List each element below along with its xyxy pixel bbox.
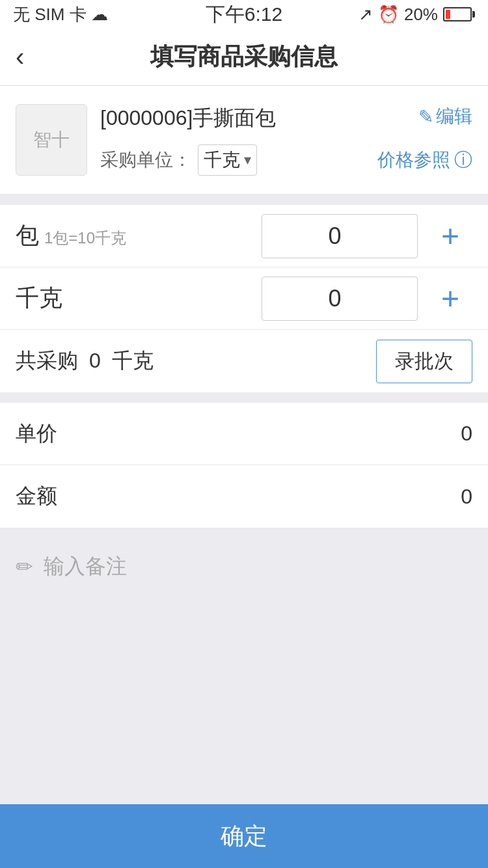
unit-dropdown[interactable]: 千克 ▾: [198, 144, 257, 176]
divider-2: [0, 392, 488, 403]
total-prefix: 共采购: [16, 349, 78, 372]
edit-icon: ✎: [418, 106, 433, 128]
price-reference-button[interactable]: 价格参照 ⓘ: [377, 148, 472, 172]
purchase-unit-row: 采购单位： 千克 ▾ 价格参照 ⓘ: [100, 144, 472, 176]
back-icon: ‹: [16, 42, 24, 72]
bag-quantity-input[interactable]: [262, 214, 418, 258]
status-bar: 无 SIM 卡 ☁ 下午6:12 ↗ ⏰ 20%: [0, 0, 488, 29]
kg-quantity-input[interactable]: [262, 277, 418, 321]
kg-input-row: 千克 +: [0, 267, 488, 330]
divider-1: [0, 195, 488, 205]
total-row: 共采购 0 千克 录批次: [0, 330, 488, 392]
bag-label-group: 包 1包=10千克: [16, 220, 146, 252]
kg-input-section: 千克 +: [0, 267, 488, 330]
nav-bar: ‹ 填写商品采购信息: [0, 29, 488, 86]
alarm-icon: ⏰: [378, 5, 399, 25]
product-name-row: [0000006]手撕面包 ✎ 编辑: [100, 104, 472, 133]
status-time: 下午6:12: [206, 1, 282, 28]
edit-button[interactable]: ✎ 编辑: [418, 104, 472, 129]
price-ref-info-icon: ⓘ: [454, 148, 472, 172]
back-button[interactable]: ‹: [16, 42, 24, 72]
amount-row: 金额 0: [0, 465, 488, 528]
page-title: 填写商品采购信息: [150, 41, 338, 73]
total-unit: 千克: [112, 349, 154, 372]
confirm-button[interactable]: 确定: [0, 804, 488, 868]
sim-status: 无 SIM 卡 ☁: [13, 3, 108, 26]
kg-plus-button[interactable]: +: [428, 277, 472, 321]
amount-label: 金额: [16, 482, 57, 511]
total-value: 0: [89, 349, 101, 372]
bag-input-row: 包 1包=10千克 +: [0, 205, 488, 267]
product-logo: 智十: [33, 128, 70, 152]
unit-selector-group: 采购单位： 千克 ▾: [100, 144, 257, 176]
product-card: 智十 [0000006]手撕面包 ✎ 编辑 采购单位： 千克 ▾: [0, 86, 488, 195]
bag-sub-label: 1包=10千克: [44, 228, 126, 249]
kg-input-wrapper: +: [146, 277, 472, 321]
edit-label: 编辑: [436, 104, 472, 129]
unit-price-value: 0: [461, 422, 472, 446]
note-placeholder: 输入备注: [44, 552, 127, 581]
unit-label: 采购单位：: [100, 148, 191, 172]
price-section: 单价 0 金额 0: [0, 403, 488, 528]
battery-icon: [443, 7, 475, 21]
location-icon: ↗: [359, 5, 373, 25]
unit-value: 千克: [204, 148, 240, 172]
price-ref-label: 价格参照: [377, 148, 450, 172]
bag-input-wrapper: +: [146, 214, 472, 258]
amount-value: 0: [461, 485, 472, 509]
product-info: [0000006]手撕面包 ✎ 编辑 采购单位： 千克 ▾ 价格参照 ⓘ: [100, 104, 472, 176]
unit-price-label: 单价: [16, 420, 57, 448]
kg-label-group: 千克: [16, 282, 146, 314]
kg-label: 千克: [16, 282, 62, 314]
status-right: ↗ ⏰ 20%: [359, 5, 475, 25]
note-section[interactable]: ✏ 输入备注: [0, 528, 488, 606]
confirm-label: 确定: [221, 821, 267, 852]
bag-input-section: 包 1包=10千克 +: [0, 205, 488, 267]
total-text: 共采购 0 千克: [16, 347, 154, 375]
status-left: 无 SIM 卡 ☁: [13, 3, 108, 26]
bottom-spacer: [0, 606, 488, 804]
battery-percent: 20%: [404, 5, 438, 25]
product-image: 智十: [16, 104, 87, 176]
unit-price-row: 单价 0: [0, 403, 488, 465]
unit-dropdown-arrow: ▾: [244, 152, 251, 169]
bag-plus-button[interactable]: +: [428, 214, 472, 258]
pencil-icon: ✏: [16, 554, 33, 579]
batch-record-button[interactable]: 录批次: [376, 340, 472, 383]
product-name: [0000006]手撕面包: [100, 104, 276, 133]
bag-label: 包: [16, 220, 39, 252]
